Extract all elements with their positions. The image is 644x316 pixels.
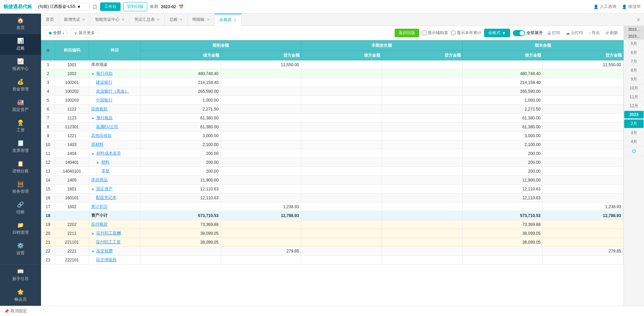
table-cell-name[interactable]: ▲ 固定资产 xyxy=(89,185,140,193)
table-cell-name[interactable]: 中国银行 xyxy=(89,96,140,105)
export-button[interactable]: ↑ 导出 xyxy=(587,29,601,37)
table-cell-name[interactable]: 库存商品 xyxy=(89,176,140,185)
sidebar-item-close[interactable]: 🔗 结账 xyxy=(0,198,41,218)
table-cell-name[interactable]: ▲ 材料 xyxy=(89,158,140,167)
table-cell-name[interactable]: 配提凭记本 xyxy=(89,193,140,202)
sidebar-item-purchsale[interactable]: 📋 进销台账 xyxy=(0,157,41,177)
right-panel-month-8[interactable]: 8月 xyxy=(624,66,644,75)
account-name-link[interactable]: 中国银行 xyxy=(96,98,112,102)
sidebar-item-reports[interactable]: 📈 报表中心 xyxy=(0,55,41,75)
show-aux-checkbox[interactable]: 显示辅助算 xyxy=(422,30,448,36)
account-name-link[interactable]: 应收账款 xyxy=(91,106,108,111)
account-name-link[interactable]: 应交增值税 xyxy=(96,257,117,262)
table-cell-name[interactable]: 应付账款 xyxy=(89,220,140,229)
filter-button[interactable]: 全部 › xyxy=(45,29,68,37)
account-name-link[interactable]: 银行存款 xyxy=(96,71,113,76)
tab-balance-sheet[interactable]: 余额表 ✕ xyxy=(215,14,242,26)
user-profile[interactable]: 👤 徐涟华 xyxy=(622,4,641,10)
account-name-link[interactable]: 材料成本差异 xyxy=(96,151,121,156)
expand-button[interactable]: ∨ 展开更多 xyxy=(70,29,99,37)
right-panel-month-4[interactable]: 4月 xyxy=(624,138,644,146)
tab-home[interactable]: 首页 xyxy=(41,14,59,26)
table-cell-name[interactable]: 零星 xyxy=(89,167,140,176)
account-name-link[interactable]: 建设银行 xyxy=(96,80,112,85)
account-name-link[interactable]: 应付账款 xyxy=(91,222,108,227)
cloud-print-button[interactable]: ☁ 云打印 xyxy=(564,29,585,37)
return-old-version-button[interactable]: 返回旧版 xyxy=(395,29,419,37)
right-panel-month-5[interactable]: 5月 xyxy=(624,40,644,48)
tab-general-ledger-close[interactable]: ✕ xyxy=(180,18,182,21)
consult-link[interactable]: 👤 人工咨询 xyxy=(593,4,616,10)
sidebar-item-payroll[interactable]: 👷 工资 xyxy=(0,116,41,137)
right-panel-month-10[interactable]: 10月 xyxy=(624,84,644,93)
full-mode-button[interactable]: 全账式 ▼ xyxy=(484,29,510,37)
account-name-link[interactable]: 其他应收款 xyxy=(91,133,112,138)
account-name-link[interactable]: 累计折旧 xyxy=(91,204,108,209)
account-name-link[interactable]: 固定资产 xyxy=(96,186,113,191)
tab-general-ledger[interactable]: 总账 ✕ xyxy=(165,14,188,26)
table-cell-name[interactable]: 其他应收款 xyxy=(89,131,140,140)
settings-gear-icon[interactable]: ⚙ xyxy=(46,48,50,53)
sidebar-item-invoice[interactable]: 🧾 发票管理 xyxy=(0,137,41,157)
sidebar-item-settings[interactable]: ⚙️ 设置 xyxy=(0,239,41,259)
sidebar-item-member[interactable]: 🌟 畅会员 xyxy=(0,285,41,306)
right-panel-month-12[interactable]: 12月 xyxy=(624,102,644,111)
tab-voucher-summary-close[interactable]: ✕ xyxy=(157,18,160,21)
account-name-link[interactable]: 配提凭记本 xyxy=(96,195,117,200)
account-name-link[interactable]: 库存商品 xyxy=(91,177,108,182)
sidebar-item-ledger[interactable]: 📊 总账 xyxy=(0,34,41,55)
account-name-link[interactable]: 嘉属EU公司 xyxy=(96,124,118,129)
table-cell-name[interactable]: ▲ 应交税费 xyxy=(89,247,140,256)
right-panel-month-9[interactable]: 9月 xyxy=(624,75,644,84)
tab-voucher-summary[interactable]: 凭证汇总表 ✕ xyxy=(129,14,165,26)
show-ytd-checkbox[interactable]: 显示本年累计 xyxy=(451,30,481,36)
table-cell-name[interactable]: 建设银行 xyxy=(89,78,140,87)
tab-new-voucher-close[interactable]: ✕ xyxy=(82,18,85,21)
table-cell-name[interactable]: ▲ 预付账款 xyxy=(89,114,140,123)
copy-icon[interactable]: 📋 xyxy=(92,4,97,9)
right-panel-month-11[interactable]: 11月 xyxy=(624,93,644,102)
right-panel-month-6[interactable]: 6月 xyxy=(624,48,644,57)
close-all-tabs[interactable]: ✕ xyxy=(633,17,644,23)
company-selector[interactable]: (勾前) 江西股金-LSS ▼ xyxy=(35,3,90,11)
account-name-link[interactable]: 零星 xyxy=(101,169,110,173)
account-name-link[interactable]: 原材料 xyxy=(91,142,104,147)
table-cell-name[interactable]: ▲ 银行存款 xyxy=(89,69,140,78)
show-aux-input[interactable] xyxy=(422,31,426,35)
table-cell-name[interactable]: 应收账款 xyxy=(89,105,140,114)
table-cell-name[interactable]: 累计折旧 xyxy=(89,202,140,211)
right-panel-month-3[interactable]: 3月 xyxy=(624,129,644,138)
account-name-link[interactable]: 应付职工工资 xyxy=(96,240,121,244)
tab-detail-ledger[interactable]: 明细账 ✕ xyxy=(188,14,215,26)
right-panel-month-7[interactable]: 7月 xyxy=(624,57,644,66)
account-name-link[interactable]: 应付职工薪酬 xyxy=(96,231,121,235)
table-cell-name[interactable]: ▲ 应付职工薪酬 xyxy=(89,229,140,238)
show-ytd-input[interactable] xyxy=(451,31,455,35)
table-cell-name[interactable]: ▲ 材料成本差异 xyxy=(89,149,140,158)
table-cell-name[interactable]: 嘉属EU公司 xyxy=(89,123,140,131)
toggle-control[interactable] xyxy=(513,30,525,36)
tab-balance-sheet-close[interactable]: ✕ xyxy=(234,18,236,22)
expand-all-toggle[interactable]: 全部展开 xyxy=(513,30,543,36)
sidebar-item-tax[interactable]: 🧮 税务管理 xyxy=(0,177,41,198)
sidebar-item-home[interactable]: 🏠 首页 xyxy=(0,14,41,34)
table-cell-name[interactable]: 应付职工工资 xyxy=(89,238,140,247)
tab-smart-voucher[interactable]: 智能凭证中心 ✕ xyxy=(90,14,129,26)
sidebar-item-assets[interactable]: 🏭 固定资产 xyxy=(0,96,41,116)
account-name-link[interactable]: 预付账款 xyxy=(96,115,113,120)
tab-smart-voucher-close[interactable]: ✕ xyxy=(122,18,124,21)
sidebar-item-finance[interactable]: 💰 资金管理 xyxy=(0,75,41,96)
table-cell-name[interactable]: 原材料 xyxy=(89,140,140,149)
table-cell-name[interactable]: 应交增值税 xyxy=(89,256,140,264)
account-name-link[interactable]: 应交税费 xyxy=(96,248,113,253)
calendar-icon[interactable]: 📅 xyxy=(179,4,184,9)
right-panel-year-2023[interactable]: 2023 xyxy=(624,111,644,119)
account-name-link[interactable]: 材料 xyxy=(101,160,109,164)
refresh-button[interactable]: ↺ 刷新 xyxy=(604,29,619,37)
sidebar-item-archive[interactable]: 📁 归档管理 xyxy=(0,218,41,239)
table-container[interactable]: ⚙ 科目编码 科目 期初余额 本期发生额 期末余额 借方金额 贷方金额 xyxy=(41,40,624,306)
table-cell-name[interactable]: 农业银行（美金） xyxy=(89,87,140,96)
print-button[interactable]: 🖨 打印 xyxy=(546,29,562,37)
account-name-link[interactable]: 农业银行（美金） xyxy=(96,89,129,94)
switch-version-button[interactable]: 切到旧版 xyxy=(123,2,147,11)
